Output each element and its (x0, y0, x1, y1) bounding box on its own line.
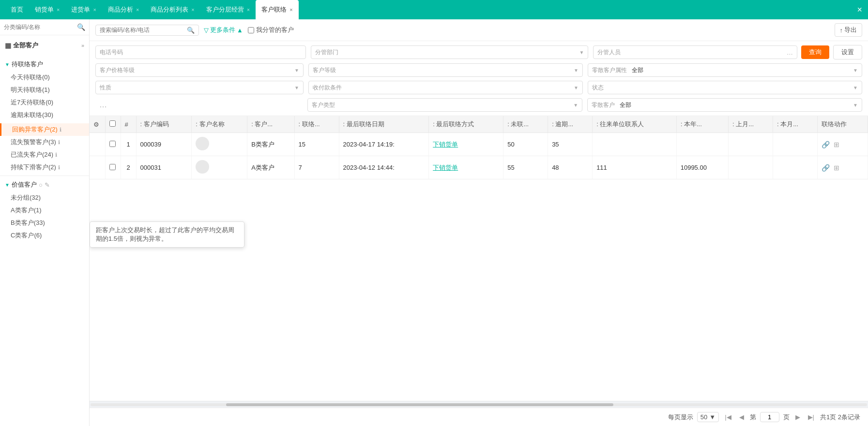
sidebar-item-abnormal[interactable]: 回购异常客户(2) ℹ (0, 123, 89, 136)
sidebar-item-declining[interactable]: 持续下滑客户(2) ℹ (0, 161, 89, 174)
select-all-checkbox[interactable] (109, 120, 116, 127)
settings-btn[interactable]: 设置 (833, 45, 862, 59)
nav-product-analysis[interactable]: 商品分析 × (102, 0, 145, 19)
search-icon[interactable]: 🔍 (187, 27, 195, 34)
nav-product-analysis-list[interactable]: 商品分析列表 × (145, 0, 200, 19)
sidebar-value-group-title[interactable]: ▼ 价值客户 ○ ✎ (0, 178, 89, 191)
window-close-icon[interactable]: × (857, 5, 862, 15)
row2-link-icon[interactable]: 🔗 (822, 164, 830, 172)
row1-last-method[interactable]: 下销货单 (429, 133, 503, 156)
filter-customer-type[interactable]: 客户类型 ▼ (307, 98, 582, 112)
export-btn[interactable]: ↑ 导出 (835, 23, 863, 37)
payment-terms-down-icon: ▼ (574, 85, 579, 90)
col-settings[interactable]: ⚙ (90, 116, 105, 133)
nav-purchase-order[interactable]: 进货单 × (65, 0, 102, 19)
sidebar-item-lost[interactable]: 已流失客户(24) ℹ (0, 148, 89, 161)
dept-down-icon: ▼ (579, 50, 584, 55)
nav-sales-order[interactable]: 销货单 × (29, 0, 65, 19)
filter-nature[interactable]: 性质 ▼ (95, 81, 304, 94)
more-dots-icon[interactable]: … (99, 101, 107, 109)
sidebar-item-tomorrow[interactable]: 明天待联络(1) (0, 84, 89, 96)
sidebar-item-b-class[interactable]: B类客户(33) (0, 217, 89, 229)
col-overdue[interactable]: : 逾期... (548, 116, 593, 133)
filter-more-btn[interactable]: ▽ 更多条件 ▲ (204, 26, 243, 34)
sidebar-item-a-class[interactable]: A类客户(1) (0, 204, 89, 217)
filter-scatter-attr[interactable]: 零散客户属性 全部 ▼ (588, 63, 862, 77)
filter-phone[interactable]: 电话号码 (95, 45, 306, 59)
col-code[interactable]: : 客户编码 (136, 116, 192, 133)
filter-manager[interactable]: 分管人员 … (593, 45, 797, 59)
filter-customer-level[interactable]: 客户等级 ▼ (308, 63, 583, 77)
filter-status[interactable]: 状态 ▼ (588, 81, 862, 94)
page-input[interactable] (760, 412, 779, 422)
row1-grid-icon[interactable]: ⊞ (834, 141, 839, 148)
col-type[interactable]: : 客户... (247, 116, 294, 133)
col-last-method[interactable]: : 最后联络方式 (429, 116, 503, 133)
sidebar-all-customers[interactable]: ▦ 全部客户 » (0, 38, 89, 53)
nav-home[interactable]: 首页 (5, 0, 29, 19)
col-last-date[interactable]: : 最后联络日期 (339, 116, 429, 133)
prev-page-btn[interactable]: ◀ (737, 412, 746, 422)
close-sales-order[interactable]: × (57, 7, 60, 13)
col-this-month[interactable]: : 本月... (773, 116, 817, 133)
sidebar-item-today[interactable]: 今天待联络(0) (0, 71, 89, 84)
sidebar-item-overdue[interactable]: 逾期未联络(30) (0, 109, 89, 121)
sidebar-search-area: 🔍 (0, 19, 89, 35)
close-purchase-order[interactable]: × (93, 7, 96, 13)
row2-this-year: 10995.00 (676, 156, 728, 179)
sidebar-pending-title[interactable]: ▼ 待联络客户 (0, 58, 89, 71)
my-customers-checkbox[interactable] (248, 27, 254, 33)
row2-last-method[interactable]: 下销货单 (429, 156, 503, 179)
row1-settings (90, 133, 105, 156)
row2-code: 000031 (136, 156, 192, 179)
row1-last-month (728, 133, 773, 156)
row2-check[interactable] (105, 156, 121, 179)
sidebar-item-loss-warning[interactable]: 流失预警客户(3) ℹ (0, 136, 89, 148)
search-input[interactable] (100, 27, 187, 33)
row2-this-month (773, 156, 817, 179)
sidebar-item-c-class[interactable]: C类客户(6) (0, 229, 89, 242)
col-last-month[interactable]: : 上月... (728, 116, 773, 133)
next-page-btn[interactable]: ▶ (793, 412, 802, 422)
filter-dept[interactable]: 分管部门 ▼ (311, 45, 589, 59)
col-this-year[interactable]: : 本年... (676, 116, 728, 133)
close-customer-layered[interactable]: × (247, 7, 250, 13)
col-contact-person[interactable]: : 往来单位联系人 (593, 116, 677, 133)
collapse-icon[interactable]: » (81, 43, 84, 48)
scrollbar-track[interactable] (91, 403, 867, 406)
col-contact[interactable]: : 联络... (294, 116, 339, 133)
row1-link-icon[interactable]: 🔗 (822, 141, 830, 148)
manager-more-icon[interactable]: … (787, 49, 793, 56)
close-customer-contact[interactable]: × (289, 7, 292, 13)
row1-this-year (676, 133, 728, 156)
row1-name (192, 133, 247, 156)
col-no-contact[interactable]: : 未联... (503, 116, 548, 133)
scrollbar-thumb[interactable] (226, 403, 613, 406)
sidebar-item-7days[interactable]: 近7天待联络(0) (0, 96, 89, 109)
last-page-btn[interactable]: ▶| (806, 412, 816, 422)
my-customers-checkbox-label[interactable]: 我分管的客户 (248, 26, 294, 34)
nav-customer-layered[interactable]: 客户分层经营 × (200, 0, 256, 19)
close-product-analysis[interactable]: × (136, 7, 139, 13)
first-page-btn[interactable]: |◀ (723, 412, 733, 422)
row1-check[interactable] (105, 133, 121, 156)
col-name[interactable]: : 客户名称 (192, 116, 247, 133)
arrow-down-value-icon: ▼ (5, 182, 10, 188)
row1-checkbox[interactable] (109, 141, 116, 147)
sidebar-search-input[interactable] (4, 24, 77, 30)
sidebar-search-icon[interactable]: 🔍 (77, 23, 85, 31)
row2-grid-icon[interactable]: ⊞ (834, 164, 839, 172)
row2-checkbox[interactable] (109, 164, 116, 170)
close-product-analysis-list[interactable]: × (191, 7, 194, 13)
sidebar-item-unclassified[interactable]: 未分组(32) (0, 191, 89, 204)
query-btn[interactable]: 查询 (801, 45, 829, 59)
filter-payment-terms[interactable]: 收付款条件 ▼ (308, 81, 583, 94)
nav-customer-contact[interactable]: 客户联络 × (256, 0, 298, 19)
filter-price-level[interactable]: 客户价格等级 ▼ (95, 63, 304, 77)
col-check[interactable] (105, 116, 121, 133)
page-size-select[interactable]: 50 ▼ (697, 412, 719, 422)
settings-icon[interactable]: ✎ (45, 181, 50, 189)
filter-scatter-customer[interactable]: 零散客户 全部 ▼ (587, 98, 862, 112)
row2-contact: 7 (294, 156, 339, 179)
edit-icon[interactable]: ○ (39, 181, 43, 189)
